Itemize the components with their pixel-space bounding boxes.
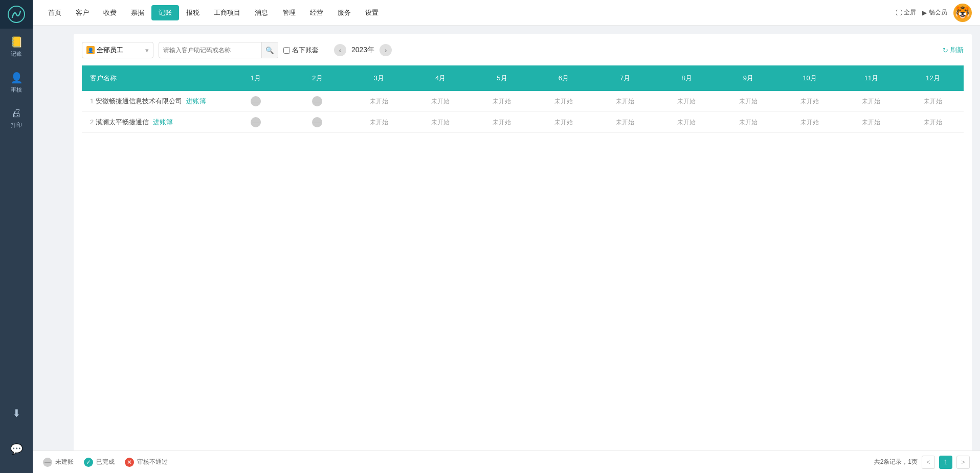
status-not-started: 未开始 xyxy=(616,98,634,105)
employee-select-label: 全部员工 xyxy=(97,46,123,55)
nav-message[interactable]: 消息 xyxy=(248,0,275,26)
nav-service[interactable]: 服务 xyxy=(330,0,358,26)
status-not-started: 未开始 xyxy=(800,98,819,105)
month-cell-6: 未开始 xyxy=(533,112,594,133)
current-month-highlight: 2月 xyxy=(309,71,325,86)
month-cell-11: 未开始 xyxy=(840,112,902,133)
status-not-started: 未开始 xyxy=(739,119,758,126)
sidebar-item-audit[interactable]: 👤 审核 xyxy=(0,64,33,100)
app-logo xyxy=(0,0,33,29)
month-cell-2: — xyxy=(286,112,348,133)
month-cell-5: 未开始 xyxy=(471,91,532,112)
enter-ledger-link[interactable]: 进账簿 xyxy=(153,118,173,126)
status-not-started: 未开始 xyxy=(370,119,388,126)
fullscreen-label: 全屏 xyxy=(904,8,916,17)
table-row: 2漠澜太平畅捷通信进账簿——未开始未开始未开始未开始未开始未开始未开始未开始未开… xyxy=(82,112,964,133)
status-not-started: 未开始 xyxy=(800,119,819,126)
pagination-total: 共2条记录，1页 xyxy=(874,458,918,466)
audit-icon: 👤 xyxy=(10,72,23,84)
status-dot-done: — xyxy=(312,117,322,127)
next-page-button[interactable]: > xyxy=(956,456,970,469)
nav-manage[interactable]: 管理 xyxy=(275,0,303,26)
col-aug: 8月 xyxy=(656,65,717,91)
refresh-button[interactable]: ↻ 刷新 xyxy=(943,46,964,55)
nav-business[interactable]: 工商项目 xyxy=(207,0,248,26)
user-avatar[interactable]: 🐯 xyxy=(953,4,972,22)
col-mar: 3月 xyxy=(348,65,410,91)
legend-not-built-label: 未建账 xyxy=(55,458,74,466)
nav-customer[interactable]: 客户 xyxy=(69,0,96,26)
month-cell-3: 未开始 xyxy=(348,112,410,133)
topnav-right: ⛶ 全屏 ▶ 畅会员 🐯 xyxy=(896,4,972,22)
row-index: 2 xyxy=(90,118,94,126)
search-button[interactable]: 🔍 xyxy=(261,42,278,58)
col-dec: 12月 xyxy=(902,65,964,91)
mine-checkbox[interactable] xyxy=(283,47,290,54)
current-year: 2023年 xyxy=(351,46,374,55)
search-input[interactable] xyxy=(159,47,261,54)
client-name-cell: 1安徽畅捷通信息技术有限公司进账簿 xyxy=(82,91,225,112)
sidebar-item-support[interactable]: 💬 xyxy=(0,431,33,467)
next-year-button[interactable]: › xyxy=(380,44,392,56)
legend-not-built: — 未建账 xyxy=(43,458,74,467)
prev-year-button[interactable]: ‹ xyxy=(334,44,346,56)
employee-select[interactable]: 👤 全部员工 ▾ xyxy=(82,42,153,58)
table-row: 1安徽畅捷通信息技术有限公司进账簿——未开始未开始未开始未开始未开始未开始未开始… xyxy=(82,91,964,112)
vip-label: 畅会员 xyxy=(929,8,947,17)
enter-ledger-link[interactable]: 进账簿 xyxy=(186,97,206,105)
search-field[interactable]: 🔍 xyxy=(159,42,278,58)
refresh-label: 刷新 xyxy=(950,46,964,55)
month-cell-4: 未开始 xyxy=(410,112,471,133)
month-cell-11: 未开始 xyxy=(840,91,902,112)
col-may: 5月 xyxy=(471,65,532,91)
nav-invoice[interactable]: 票据 xyxy=(124,0,151,26)
fullscreen-button[interactable]: ⛶ 全屏 xyxy=(896,8,916,17)
status-dot-done: — xyxy=(251,117,261,127)
status-not-started: 未开始 xyxy=(739,98,758,105)
nav-tax[interactable]: 报税 xyxy=(179,0,207,26)
status-not-started: 未开始 xyxy=(554,98,573,105)
month-cell-10: 未开始 xyxy=(779,91,840,112)
nav-billing[interactable]: 收费 xyxy=(96,0,124,26)
legend-dot-teal: ✓ xyxy=(84,458,93,467)
nav-bookkeeping[interactable]: 记账 xyxy=(151,5,179,20)
nav-settings[interactable]: 设置 xyxy=(358,0,386,26)
employee-select-icon: 👤 xyxy=(86,46,95,54)
status-not-started: 未开始 xyxy=(431,119,450,126)
legend-dot-red: ✕ xyxy=(125,458,134,467)
month-cell-1: — xyxy=(225,91,286,112)
nav-home[interactable]: 首页 xyxy=(41,0,69,26)
row-index: 1 xyxy=(90,97,94,105)
chevron-down-icon: ▾ xyxy=(145,47,149,54)
month-cell-12: 未开始 xyxy=(902,91,964,112)
sidebar-item-audit-label: 审核 xyxy=(11,86,22,94)
avatar-icon: 🐯 xyxy=(955,6,970,20)
month-cell-5: 未开始 xyxy=(471,112,532,133)
top-navigation: 首页 客户 收费 票据 记账 报税 工商项目 消息 管理 经营 服务 设置 ⛶ … xyxy=(33,0,980,26)
month-cell-6: 未开始 xyxy=(533,91,594,112)
prev-page-button[interactable]: < xyxy=(922,456,935,469)
month-cell-8: 未开始 xyxy=(656,91,717,112)
nav-operation[interactable]: 经营 xyxy=(303,0,330,26)
mine-checkbox-label[interactable]: 名下账套 xyxy=(283,46,319,55)
col-apr: 4月 xyxy=(410,65,471,91)
status-not-started: 未开始 xyxy=(677,119,696,126)
status-not-started: 未开始 xyxy=(493,119,511,126)
month-cell-1: — xyxy=(225,112,286,133)
sidebar-item-print[interactable]: 🖨 打印 xyxy=(0,100,33,136)
sidebar-item-bookkeeping[interactable]: 📒 记账 xyxy=(0,29,33,64)
status-not-started: 未开始 xyxy=(493,98,511,105)
status-not-started: 未开始 xyxy=(924,98,942,105)
page-1-button[interactable]: 1 xyxy=(939,456,952,469)
vip-button[interactable]: ▶ 畅会员 xyxy=(922,8,947,17)
col-sep: 9月 xyxy=(718,65,779,91)
col-jul: 7月 xyxy=(594,65,656,91)
search-icon: 🔍 xyxy=(265,47,274,54)
content-card: 👤 全部员工 ▾ 🔍 名下账套 ‹ 2023年 › ↻ xyxy=(74,34,972,456)
sidebar-item-download[interactable]: ⬇ xyxy=(0,395,33,431)
status-not-started: 未开始 xyxy=(924,119,942,126)
legend-rejected: ✕ 审核不通过 xyxy=(125,458,168,467)
month-cell-7: 未开始 xyxy=(594,112,656,133)
legend-rejected-label: 审核不通过 xyxy=(137,458,168,466)
status-not-started: 未开始 xyxy=(862,119,880,126)
